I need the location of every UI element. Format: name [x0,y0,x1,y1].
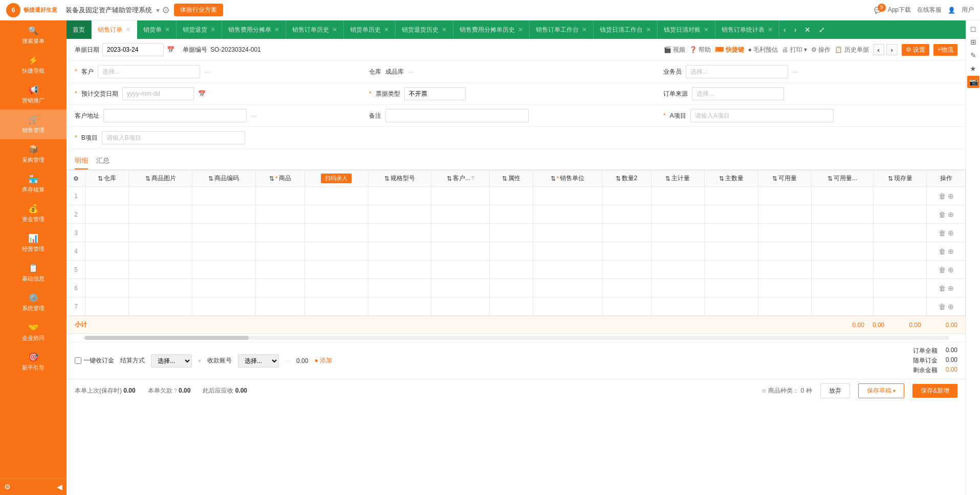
address-more-icon[interactable]: ··· [251,112,257,120]
row-copy-btn[interactable]: ⊕ [948,247,954,255]
one-click-checkout-checkbox[interactable] [75,357,81,364]
sidebar-item-inventory[interactable]: 🏪 库存核算 [0,169,67,199]
sort-icon9[interactable]: ⇅ [616,175,621,182]
tab-fullscreen-btn[interactable]: ⤢ [815,26,829,34]
tab-sales-refund[interactable]: 销货退货 ✕ [177,20,222,39]
address-input[interactable] [103,109,247,122]
print-link[interactable]: 🖨 打印 ▾ [782,46,807,54]
sort-icon5[interactable]: ⇅ [384,175,389,182]
tab-prev-btn[interactable]: ‹ [779,26,790,34]
add-btn[interactable]: ● 添加 [314,356,332,365]
sidebar-item-guide[interactable]: 🎯 新手引导 [0,347,67,377]
notification-badge[interactable]: 💬 9 [874,7,882,14]
b-project-input[interactable] [102,131,245,144]
tab-sales-order-workbench[interactable]: 销售订单工作台 ✕ [530,20,594,39]
tab-cash-reconcile[interactable]: 钱货日清对账 ✕ [658,20,715,39]
save-draft-dropdown-icon[interactable]: ▾ [893,388,896,394]
tab-next-btn[interactable]: › [790,26,801,34]
tab-home[interactable]: 首页 [67,20,92,39]
right-btn-3[interactable]: ✎ [968,49,978,61]
receipt-account-select[interactable]: 选择... [238,354,279,368]
sidebar-item-system[interactable]: ⚙️ 系统管理 [0,288,67,317]
discard-btn[interactable]: 放弃 [820,383,850,398]
shortcut-link[interactable]: ⌨ 快捷键 [715,46,744,54]
one-click-checkout-label[interactable]: 一键收订金 [75,356,114,365]
sort-icon11[interactable]: ⇅ [719,175,724,182]
sort-icon6[interactable]: ⇅ [447,175,452,182]
tab-sales-return-hist[interactable]: 销货单历史 ✕ [344,20,396,39]
sort-icon8[interactable]: ⇅ [551,175,556,182]
sort-icon2[interactable]: ⇅ [145,175,150,182]
save-draft-btn[interactable]: 保存草稿 ▾ [858,383,904,398]
a-project-input[interactable] [690,109,834,122]
sidebar-collapse-btn[interactable]: ◀ [57,483,62,491]
delivery-input[interactable] [122,87,194,100]
row-delete-btn[interactable]: 🗑 [939,192,946,200]
owe-help-icon[interactable]: ? [174,388,177,394]
row-copy-btn[interactable]: ⊕ [948,284,954,292]
row-copy-btn[interactable]: ⊕ [948,192,954,200]
history-link[interactable]: 📋 历史单据 [835,46,868,54]
industry-btn[interactable]: 体验行业方案 [174,4,223,16]
tab-sales-refund-hist[interactable]: 销货退货历史 ✕ [396,20,453,39]
row-copy-btn[interactable]: ⊕ [948,303,954,311]
sort-icon4[interactable]: ⇅ [269,175,274,182]
sidebar-item-quicknav[interactable]: ⚡ 快捷导航 [0,50,67,80]
circle-icon[interactable]: ⊙ [761,387,767,394]
profit-estimate-link[interactable]: ● 毛利预估 [748,46,778,54]
customer-input[interactable] [98,65,200,78]
row-delete-btn[interactable]: 🗑 [939,284,946,292]
single-date-input[interactable] [102,43,164,56]
save-new-btn[interactable]: 保存&新增 [912,384,957,398]
sidebar-settings-btn[interactable]: ⚙ [4,483,11,491]
order-source-input[interactable] [692,87,784,100]
sidebar-item-operations[interactable]: 📊 经营管理 [0,228,67,258]
sort-icon[interactable]: ⇅ [98,175,103,182]
operation-link[interactable]: ⚙ 操作 [811,46,831,54]
customer-more-icon[interactable]: ··· [204,68,210,76]
online-service[interactable]: 在线客服 [917,6,942,14]
tab-sales-order[interactable]: 销售订单 ✕ [92,20,137,39]
tab-detail[interactable]: 明细 [75,153,88,169]
settings-btn[interactable]: ⚙ 设置 [902,44,929,56]
payment-method-select[interactable]: 选择... [151,354,192,368]
row-copy-btn[interactable]: ⊕ [948,210,954,219]
remark-input[interactable] [385,109,529,122]
th-settings[interactable]: ⚙ [67,170,85,187]
sort-icon12[interactable]: ⇅ [772,175,777,182]
help-link[interactable]: ❓ 帮助 [689,46,711,54]
row-copy-btn[interactable]: ⊕ [948,229,954,237]
invoice-select[interactable]: 不开票 [404,87,466,100]
salesperson-input[interactable] [686,65,788,78]
scan-btn[interactable]: 扫码录入 [321,174,352,183]
tab-sales-fee-hist[interactable]: 销售费用分摊单历史 ✕ [453,20,530,39]
receipt-dots[interactable]: ··· [285,357,290,364]
row-copy-btn[interactable]: ⊕ [948,266,954,274]
tab-sales-order-hist[interactable]: 销售订单历史 ✕ [286,20,344,39]
sidebar-item-purchase[interactable]: 📦 采购管理 [0,139,67,169]
sidebar-item-marketing[interactable]: 📢 营销推广 [0,80,67,110]
tab-sales-return[interactable]: 销货单 ✕ [137,20,177,39]
sidebar-item-base[interactable]: 📋 基础信息 [0,258,67,288]
view-link[interactable]: 🎬 视频 [664,46,685,54]
sort-icon13[interactable]: ⇅ [827,175,833,182]
tab-sales-stats[interactable]: 销售订单统计表 ✕ [715,20,779,39]
sidebar-item-search[interactable]: 🔍 搜索菜单 [0,20,67,50]
tab-close-btn[interactable]: ✕ [800,26,815,34]
help-circle-icon[interactable]: ? [471,176,474,181]
sort-icon10[interactable]: ⇅ [665,175,670,182]
sort-icon14[interactable]: ⇅ [888,175,893,182]
sort-icon7[interactable]: ⇅ [502,175,507,182]
right-btn-4[interactable]: ★ [968,62,978,75]
row-delete-btn[interactable]: 🗑 [939,266,946,274]
tab-cash-daily[interactable]: 钱货日清工作台 ✕ [594,20,658,39]
sort-icon3[interactable]: ⇅ [208,175,213,182]
right-btn-1[interactable]: ◻ [968,23,978,35]
warehouse-more-icon[interactable]: ··· [408,68,414,76]
horizontal-scrollbar[interactable] [67,334,966,342]
next-record-btn[interactable]: › [886,44,898,55]
system-dropdown-icon[interactable]: ▾ [156,6,160,14]
row-delete-btn[interactable]: 🗑 [939,247,946,255]
delivery-calendar-icon[interactable]: 📅 [198,90,206,97]
row-delete-btn[interactable]: 🗑 [939,229,946,237]
